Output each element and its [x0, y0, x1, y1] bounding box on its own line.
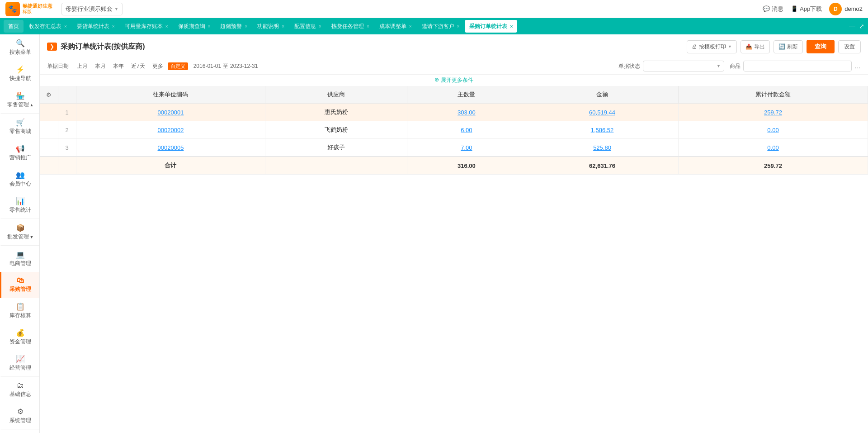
sidebar-item-quicknav[interactable]: ⚡ 快捷导航	[0, 61, 39, 87]
row-qty[interactable]: 303.00	[407, 104, 526, 121]
tab-home[interactable]: 首页	[4, 20, 24, 33]
content-area: ❯ 采购订单统计表(按供应商) 🖨 按模板打印 ▼ 📤 导出 🔄	[40, 34, 868, 433]
row-qty[interactable]: 6.00	[407, 121, 526, 139]
message-icon: 💬	[763, 5, 770, 12]
sidebar-item-yingxiao[interactable]: 📢 营销推广	[0, 140, 39, 166]
refresh-button[interactable]: 🔄 刷新	[774, 40, 803, 53]
row-paid[interactable]: 259.72	[679, 104, 868, 121]
footer-amount-cell: 62,631.76	[526, 157, 679, 175]
tab-baozhi[interactable]: 保质期查询 ×	[174, 20, 215, 33]
sidebar-item-caigou[interactable]: 🛍 采购管理	[0, 272, 39, 298]
footer-qty-cell: 316.00	[407, 157, 526, 175]
query-button[interactable]: 查询	[807, 40, 835, 53]
sidebar-item-zijin[interactable]: 💰 资金管理	[0, 324, 39, 350]
tab-chaochuyujing[interactable]: 超储预警 ×	[216, 20, 252, 33]
tab-maximize-icon[interactable]: ⤢	[859, 23, 864, 30]
row-supplier-code[interactable]: 00020002	[76, 121, 265, 139]
tab-close-active-icon[interactable]: ×	[510, 24, 513, 29]
date-shortcut-more[interactable]: 更多	[150, 62, 166, 71]
sidebar-item-huiyuan[interactable]: 👥 会员中心	[0, 166, 39, 192]
row-paid[interactable]: 0.00	[679, 139, 868, 157]
tab-close-icon[interactable]: ×	[319, 24, 321, 29]
row-amount[interactable]: 60,519.44	[526, 104, 679, 121]
footer-index-cell	[58, 157, 76, 175]
user-avatar[interactable]: d demo2	[829, 3, 863, 15]
workspace-chevron-icon: ▼	[114, 7, 118, 11]
message-button[interactable]: 💬 消息	[763, 5, 783, 13]
tab-close-icon[interactable]: ×	[367, 24, 369, 29]
row-paid[interactable]: 0.00	[679, 121, 868, 139]
print-button[interactable]: 🖨 按模板打印 ▼	[687, 40, 737, 53]
footer-label-cell: 合计	[76, 157, 265, 175]
logo: 🐾 畅捷通好生意 标版	[5, 2, 52, 16]
expand-more-row[interactable]: ⊕ 展开更多条件	[40, 74, 868, 86]
date-shortcut-last-month[interactable]: 上月	[74, 62, 90, 71]
operation-icon: 📈	[16, 355, 25, 363]
row-settings-cell	[40, 121, 58, 139]
export-icon: 📤	[745, 43, 752, 50]
row-qty[interactable]: 7.00	[407, 139, 526, 157]
tab-minimize-icon[interactable]: —	[849, 23, 855, 30]
row-supplier-code[interactable]: 00020005	[76, 139, 265, 157]
sidebar-item-jichu[interactable]: 🗂 基础信息	[0, 377, 39, 403]
sidebar-item-pifaguanli[interactable]: 📦 批发管理 ▼	[0, 219, 39, 246]
row-amount[interactable]: 525.80	[526, 139, 679, 157]
tab-close-icon[interactable]: ×	[457, 24, 460, 29]
row-supplier-name: 好孩子	[265, 139, 407, 157]
goods-more-icon[interactable]: …	[854, 62, 861, 70]
collapse-arrow[interactable]: ❯	[47, 43, 57, 51]
goods-filter-input[interactable]	[743, 61, 852, 71]
print-icon: 🖨	[692, 43, 697, 50]
quick-nav-icon: ⚡	[16, 65, 25, 74]
goods-filter-label: 商品	[730, 62, 741, 70]
sidebar-item-xitong[interactable]: ⚙ 系统管理	[0, 403, 39, 429]
date-shortcut-this-year[interactable]: 本年	[110, 62, 127, 71]
date-shortcut-this-month[interactable]: 本月	[92, 62, 108, 71]
tab-yaohuodantongji[interactable]: 要货单统计表 ×	[72, 20, 119, 33]
workspace-selector[interactable]: 母婴行业演示账套 ▼	[61, 3, 123, 15]
footer-supplier-cell	[265, 157, 407, 175]
sidebar-item-lingshou[interactable]: 🏪 零售管理 ▲	[0, 87, 39, 114]
marketing-icon: 📢	[16, 144, 25, 153]
row-supplier-code[interactable]: 00020001	[76, 104, 265, 121]
tab-close-icon[interactable]: ×	[64, 24, 67, 29]
ecommerce-icon: 💻	[16, 250, 25, 259]
sidebar-item-kucun[interactable]: 📋 库存核算	[0, 298, 39, 324]
sidebar-item-dianshang[interactable]: 💻 电商管理	[0, 246, 39, 272]
col-settings-header[interactable]: ⚙	[40, 86, 58, 104]
tab-close-icon[interactable]: ×	[409, 24, 412, 29]
sidebar-item-lingshoututji[interactable]: 📊 零售统计	[0, 192, 39, 219]
date-from: 2016-01-01	[193, 63, 221, 69]
tab-gongneng[interactable]: 功能说明 ×	[253, 20, 289, 33]
system-icon: ⚙	[17, 407, 24, 416]
sidebar-item-shangcheng[interactable]: 🛒 零售商城	[0, 114, 39, 140]
export-button[interactable]: 📤 导出	[741, 40, 770, 53]
tab-caigoudingdan-active[interactable]: 采购订单统计表 ×	[465, 20, 517, 33]
stats-icon: 📊	[16, 197, 25, 205]
retail-icon: 🏪	[16, 91, 25, 100]
tab-close-icon[interactable]: ×	[208, 24, 211, 29]
tab-close-icon[interactable]: ×	[282, 24, 284, 29]
sidebar-item-qiye[interactable]: 🤝 企业协同	[0, 429, 39, 433]
tab-close-icon[interactable]: ×	[245, 24, 247, 29]
settings-button[interactable]: 设置	[838, 40, 861, 53]
tab-shoufahuizong[interactable]: 收发存汇总表 ×	[24, 20, 71, 33]
refresh-icon: 🔄	[778, 43, 785, 50]
tab-close-icon[interactable]: ×	[112, 24, 115, 29]
tab-chengben[interactable]: 成本调整单 ×	[375, 20, 416, 33]
shop-icon: 🛒	[16, 118, 25, 127]
date-shortcut-7days[interactable]: 近7天	[128, 62, 148, 71]
app-download-button[interactable]: 📱 App下载	[791, 5, 822, 13]
tab-close-icon[interactable]: ×	[165, 24, 168, 29]
tab-paihuorenwu[interactable]: 拣货任务管理 ×	[327, 20, 374, 33]
wholesale-icon: 📦	[16, 224, 25, 232]
sidebar-item-search[interactable]: 🔍 搜索菜单	[0, 34, 39, 61]
row-amount[interactable]: 1,586.52	[526, 121, 679, 139]
tab-keyongliang[interactable]: 可用量库存账本 ×	[120, 20, 173, 33]
tab-peizhi[interactable]: 配置信息 ×	[290, 20, 326, 33]
sidebar-item-jinying[interactable]: 📈 经营管理	[0, 350, 39, 377]
col-supplier-code-header: 往来单位编码	[76, 86, 265, 104]
tab-yaoqing[interactable]: 邀请下游客户 ×	[417, 20, 464, 33]
status-select[interactable]	[643, 61, 724, 71]
table-area: ⚙ 往来单位编码 供应商 主数量 金额 累计付款金额 1 000200	[40, 86, 868, 433]
